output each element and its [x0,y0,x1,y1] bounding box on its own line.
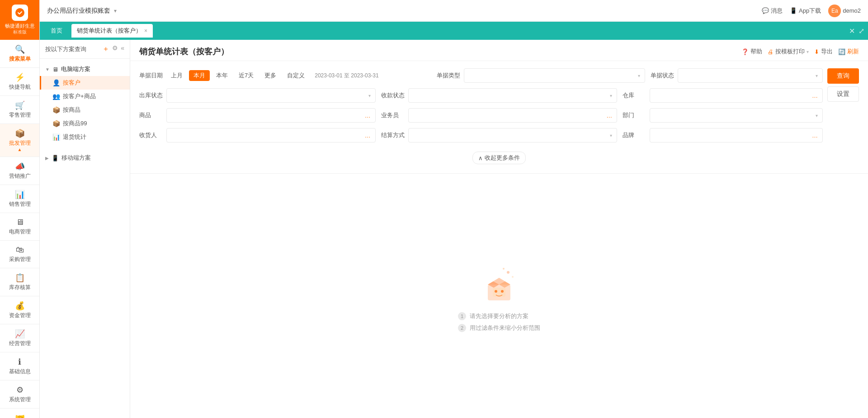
bill-type-select[interactable]: ▾ [464,68,645,83]
date-tab-more[interactable]: 更多 [260,70,281,81]
dept-select[interactable]: ▾ [650,108,823,123]
collapse-label: 收起更多条件 [485,154,520,162]
sidebar-item-wholesale[interactable]: 📦 批发管理 ▲ [0,124,39,157]
help-btn[interactable]: ❓ 帮助 [741,48,762,56]
brand-filter: 品牌 … [623,128,859,142]
date-tab-custom[interactable]: 自定义 [283,70,309,81]
settings-scheme-btn[interactable]: ⚙ [112,44,118,54]
sidebar-item-system[interactable]: ⚙ 系统管理 [0,380,39,408]
tree-child-customer[interactable]: 👤 按客户 [40,76,130,90]
out-status-label: 出库状态 [139,91,163,100]
date-tab-this-year[interactable]: 本年 [212,70,232,81]
message-btn[interactable]: 💬 消息 [762,7,783,15]
bill-type-filter: 单据类型 ▾ [437,68,645,83]
collapse-btn[interactable]: ∧ 收起更多条件 [472,152,526,164]
date-tab-this-month[interactable]: 本月 [189,70,210,81]
tree-child-customer-goods[interactable]: 👥 按客户+商品 [40,90,130,103]
sidebar-item-basic[interactable]: ℹ 基础信息 [0,352,39,380]
goods-input[interactable]: … [166,108,376,123]
hint-num-2: 2 [458,324,466,332]
date-tab-7days[interactable]: 近7天 [234,70,258,81]
svg-point-2 [507,271,509,274]
return-label: 退货统计 [63,133,86,141]
svg-rect-5 [493,288,505,297]
empty-hint-2: 2 用过滤条件来缩小分析范围 [458,324,540,332]
operation-icon: 📈 [15,329,25,339]
sidebar-item-inventory[interactable]: 📋 库存核算 [0,268,39,296]
app-download-btn[interactable]: 📱 App下载 [790,7,821,15]
consignee-input[interactable]: … [166,128,376,142]
svg-point-7 [501,290,504,293]
topbar-arrow[interactable]: ▾ [114,8,117,14]
tab-sales-stats[interactable]: 销货单统计表（按客户） × [71,24,153,38]
sidebar-item-search[interactable]: 🔍 搜索菜单 [0,40,39,68]
warehouse-input[interactable]: … [650,88,823,103]
tree-mobile: ▶ 📱 移动端方案 [40,147,130,168]
settings-btn[interactable]: 设置 [827,86,859,102]
tree-desktop-parent[interactable]: ▼ 🖥 电脑端方案 [40,62,130,76]
add-scheme-btn[interactable]: ＋ [102,44,109,54]
warehouse-label: 仓库 [623,91,646,100]
sales-label: 销售管理 [9,200,31,208]
refresh-btn[interactable]: 🔄 刷新 [838,48,859,56]
tab-maximize-btn[interactable]: ⤢ [859,27,864,35]
sidebar-item-ecom[interactable]: 🖥 电商管理 [0,213,39,241]
topbar: 办公用品行业模拟账套 ▾ 💬 消息 📱 App下载 Ea demo2 [40,0,868,22]
collapse-panel-btn[interactable]: « [121,44,124,54]
desktop-icon: 🖥 [52,66,58,73]
payment-select[interactable]: ▾ [408,128,618,142]
bill-status-select[interactable]: ▾ [678,68,823,83]
marketing-icon: 📣 [15,162,25,171]
sidebar: 畅捷通好生意 标准版 🔍 搜索菜单 ⚡ 快捷导航 🛒 零售管理 📦 批发管理 ▲… [0,0,40,418]
sidebar-item-sales[interactable]: 📊 销售管理 [0,185,39,213]
bill-type-chevron: ▾ [638,73,640,78]
user-profile[interactable]: Ea demo2 [828,5,861,17]
topbar-left: 办公用品行业模拟账套 ▾ [47,7,117,15]
tree-child-goods99[interactable]: 📦 按商品99 [40,117,130,130]
filter-row-1: 单据日期 上月 本月 本年 近7天 更多 自定义 2023-03-01 至 20… [139,68,859,83]
goods-dots-icon: … [365,112,371,119]
desktop-label: 电脑端方案 [61,65,90,73]
sidebar-item-finance[interactable]: 💰 资金管理 [0,296,39,324]
tab-home[interactable]: 首页 [43,24,70,38]
query-btn[interactable]: 查询 [827,68,859,84]
sidebar-item-enterprise[interactable]: 🤝 企业协同 [0,408,39,418]
icon-group: ＋ ⚙ « [102,44,124,54]
dept-label: 部门 [623,111,646,119]
tree-child-return[interactable]: 📊 退货统计 [40,130,130,144]
print-btn[interactable]: 🖨 按模板打印 ▾ [768,48,809,56]
receipt-status-select[interactable]: ▾ [408,88,618,103]
brand-input[interactable]: … [650,128,823,142]
message-label: 消息 [771,7,783,15]
sidebar-item-quick-nav[interactable]: ⚡ 快捷导航 [0,68,39,96]
left-panel-header: 按以下方案查询 ＋ ⚙ « [40,40,130,59]
marketing-label: 营销推广 [9,172,31,180]
tab-close-icon[interactable]: × [144,28,147,34]
tree-mobile-parent[interactable]: ▶ 📱 移动端方案 [40,151,130,165]
basic-icon: ℹ [18,357,21,367]
mobile-expand-icon: ▶ [45,156,49,161]
salesperson-input[interactable]: … [408,108,618,123]
goods-label: 按商品 [63,106,80,114]
filter-row-3: 商品 … 业务员 … [139,108,859,123]
sidebar-item-marketing[interactable]: 📣 营销推广 [0,157,39,185]
sidebar-item-purchase[interactable]: 🛍 采购管理 [0,241,39,268]
tree-child-goods[interactable]: 📦 按商品 [40,103,130,117]
export-btn[interactable]: ⬇ 导出 [814,48,833,56]
date-tab-last-month[interactable]: 上月 [166,70,187,81]
brand-label: 品牌 [623,131,646,139]
customer-icon: 👤 [52,79,60,86]
date-filter-item: 单据日期 上月 本月 本年 近7天 更多 自定义 2023-03-01 至 20… [139,70,431,81]
out-status-select[interactable]: ▾ [166,88,376,103]
tab-close-all-btn[interactable]: ✕ [849,27,855,35]
sidebar-item-operation[interactable]: 📈 经营管理 [0,324,39,352]
sidebar-item-retail[interactable]: 🛒 零售管理 [0,96,39,124]
left-panel: 按以下方案查询 ＋ ⚙ « ▼ 🖥 电脑端方案 👤 按客户 � [40,40,130,418]
enterprise-icon: 🤝 [15,413,25,418]
desktop-expand-icon: ▼ [45,67,50,72]
app-download-label: App下载 [799,7,821,15]
customer-goods-icon: 👥 [52,93,60,100]
consignee-label: 收货人 [139,131,163,139]
svg-point-6 [495,290,497,293]
filter-section: 单据日期 上月 本月 本年 近7天 更多 自定义 2023-03-01 至 20… [130,61,868,174]
